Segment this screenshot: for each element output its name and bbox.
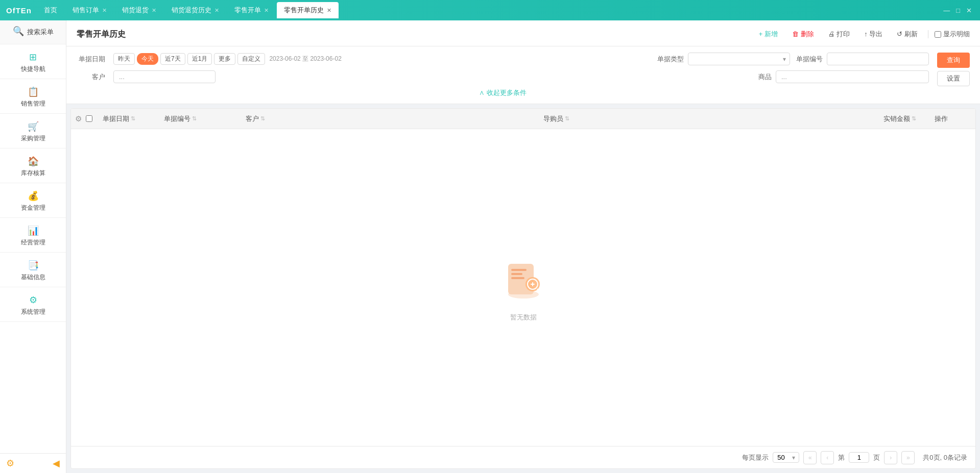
select-all-checkbox[interactable] — [86, 115, 92, 122]
tab-home[interactable]: 首页 — [37, 2, 64, 18]
col-num-label: 单据编号 — [164, 114, 190, 123]
tab-sales-return-history-close[interactable]: ✕ — [214, 7, 219, 14]
tab-sales-return-close[interactable]: ✕ — [152, 7, 156, 14]
search-button[interactable]: 查询 — [937, 53, 970, 68]
date-btn-custom[interactable]: 自定义 — [237, 53, 265, 65]
sidebar-item-finance-label: 资金管理 — [21, 204, 45, 212]
tab-retail-history-label: 零售开单历史 — [284, 6, 324, 15]
doc-no-label: 单据编号 — [794, 55, 823, 64]
toolbar-divider — [928, 30, 928, 38]
date-btn-yesterday[interactable]: 昨天 — [113, 53, 135, 65]
first-page-btn[interactable]: « — [803, 451, 817, 464]
export-button[interactable]: ↑ 导出 — [860, 28, 887, 41]
add-button[interactable]: + 新增 — [755, 28, 782, 41]
purchase-mgmt-icon: 🛒 — [28, 121, 39, 132]
sales-mgmt-icon: 📋 — [28, 86, 39, 97]
customer-input[interactable]: ... — [113, 70, 216, 83]
filter-row-customer: 客户 ... 商品 ... — [77, 70, 929, 83]
col-guide-label: 导购员 — [543, 114, 563, 123]
page-label: 第 — [838, 453, 845, 462]
date-btn-1month[interactable]: 近1月 — [187, 53, 212, 65]
show-detail-label: 显示明细 — [943, 30, 970, 39]
sidebar-item-quick-nav[interactable]: ⊞ 快捷导航 — [0, 44, 66, 79]
date-btn-today[interactable]: 今天 — [137, 53, 158, 65]
col-header-amount[interactable]: 实销金额 ⇅ — [879, 114, 930, 123]
sidebar-search-label: 搜索采单 — [27, 28, 54, 37]
content-area: 零售开单历史 + 新增 🗑 删除 🖨 打印 ↑ 导出 ↺ 刷新 显示明细 单据日… — [66, 20, 980, 473]
date-btn-more[interactable]: 更多 — [214, 53, 235, 65]
max-icon[interactable]: □ — [956, 7, 960, 14]
date-range-display: 2023-06-02 至 2023-06-02 — [269, 55, 341, 63]
svg-rect-3 — [511, 273, 522, 275]
svg-line-7 — [538, 289, 542, 293]
sidebar-item-inventory[interactable]: 🏠 库存核算 — [0, 148, 66, 183]
tab-retail-order-label: 零售开单 — [234, 6, 261, 15]
delete-button[interactable]: 🗑 删除 — [788, 28, 818, 41]
collapse-btn[interactable]: ∧ 收起更多条件 — [479, 88, 527, 97]
sidebar: 🔍 搜索采单 ⊞ 快捷导航 📋 销售管理 🛒 采购管理 🏠 库存核算 💰 资金管… — [0, 20, 66, 473]
col-date-label: 单据日期 — [103, 114, 129, 123]
finance-icon: 💰 — [28, 190, 39, 202]
goods-label: 商品 — [743, 72, 772, 82]
date-label: 单据日期 — [77, 55, 105, 64]
show-detail-check[interactable]: 显示明细 — [935, 30, 970, 39]
tab-retail-order[interactable]: 零售开单 ✕ — [227, 2, 276, 18]
settings-icon[interactable]: ⚙ — [6, 458, 14, 469]
col-header-customer[interactable]: 客户 ⇅ — [242, 114, 539, 123]
tab-sales-return[interactable]: 销货退货 ✕ — [115, 2, 163, 18]
per-page-label: 每页显示 — [742, 453, 769, 462]
window-actions: — □ ✕ — [943, 7, 976, 14]
prev-page-btn[interactable]: ‹ — [821, 451, 834, 464]
close-window-icon[interactable]: ✕ — [966, 7, 972, 14]
sidebar-item-base-info[interactable]: 📑 基础信息 — [0, 253, 66, 287]
sys-mgmt-icon: ⚙ — [29, 294, 37, 306]
table-area: ⚙ 单据日期 ⇅ 单据编号 ⇅ 客户 ⇅ 导购员 ⇅ — [70, 108, 976, 469]
sidebar-item-purchase-mgmt-label: 采购管理 — [21, 134, 45, 143]
settings-button[interactable]: 设置 — [937, 71, 970, 86]
sidebar-search[interactable]: 🔍 搜索采单 — [0, 20, 66, 44]
sidebar-item-sys-mgmt[interactable]: ⚙ 系统管理 — [0, 287, 66, 322]
tab-retail-order-close[interactable]: ✕ — [264, 7, 269, 14]
min-icon[interactable]: — — [943, 7, 950, 14]
sidebar-item-quick-nav-label: 快捷导航 — [21, 65, 45, 73]
sidebar-item-purchase-mgmt[interactable]: 🛒 采购管理 — [0, 114, 66, 148]
inventory-icon: 🏠 — [28, 156, 39, 167]
tab-sales-order-close[interactable]: ✕ — [102, 7, 107, 14]
tab-sales-return-history[interactable]: 销货退货历史 ✕ — [164, 2, 226, 18]
per-page-select-wrapper: 10 20 50 100 — [773, 452, 799, 463]
goods-input[interactable]: ... — [776, 70, 929, 83]
tab-retail-history-close[interactable]: ✕ — [327, 7, 331, 14]
sidebar-item-sales-mgmt[interactable]: 📋 销售管理 — [0, 79, 66, 114]
filter-row-date: 单据日期 昨天 今天 近7天 近1月 更多 自定义 2023-06-02 至 2… — [77, 53, 929, 65]
doc-no-input[interactable] — [827, 53, 929, 65]
col-header-guide[interactable]: 导购员 ⇅ — [539, 114, 590, 123]
last-page-btn[interactable]: » — [901, 451, 915, 464]
col-header-ops: 操作 — [930, 114, 971, 123]
col-header-num[interactable]: 单据编号 ⇅ — [160, 114, 242, 123]
per-page-select[interactable]: 10 20 50 100 — [773, 452, 799, 463]
top-bar: OfTEn 首页 销售订单 ✕ 销货退货 ✕ 销货退货历史 ✕ 零售开单 ✕ 零… — [0, 0, 980, 20]
show-detail-checkbox[interactable] — [935, 31, 941, 38]
doc-type-select[interactable] — [688, 53, 790, 65]
tab-sales-order-label: 销售订单 — [73, 6, 99, 15]
quick-nav-icon: ⊞ — [29, 52, 37, 63]
tab-sales-order[interactable]: 销售订单 ✕ — [65, 2, 114, 18]
refresh-button[interactable]: ↺ 刷新 — [893, 28, 922, 41]
col-header-date[interactable]: 单据日期 ⇅ — [99, 114, 160, 123]
next-page-btn[interactable]: › — [884, 451, 897, 464]
sidebar-item-operations[interactable]: 📊 经营管理 — [0, 218, 66, 253]
date-btn-7days[interactable]: 近7天 — [160, 53, 185, 65]
column-settings-icon[interactable]: ⚙ — [75, 114, 82, 123]
sidebar-item-finance[interactable]: 💰 资金管理 — [0, 183, 66, 218]
sidebar-footer: ⚙ ◀ — [0, 453, 66, 473]
tab-sales-return-label: 销货退货 — [122, 6, 149, 15]
print-button[interactable]: 🖨 打印 — [824, 28, 854, 41]
collapse-icon[interactable]: ◀ — [53, 458, 60, 469]
tab-home-label: 首页 — [44, 6, 57, 15]
filter-area: 单据日期 昨天 今天 近7天 近1月 更多 自定义 2023-06-02 至 2… — [66, 46, 980, 104]
page-total: 共0页, 0条记录 — [923, 453, 967, 462]
empty-text: 暂无数据 — [510, 313, 537, 322]
tab-retail-history[interactable]: 零售开单历史 ✕ — [277, 2, 339, 18]
col-ops-label: 操作 — [935, 114, 948, 123]
page-input[interactable] — [849, 452, 869, 463]
